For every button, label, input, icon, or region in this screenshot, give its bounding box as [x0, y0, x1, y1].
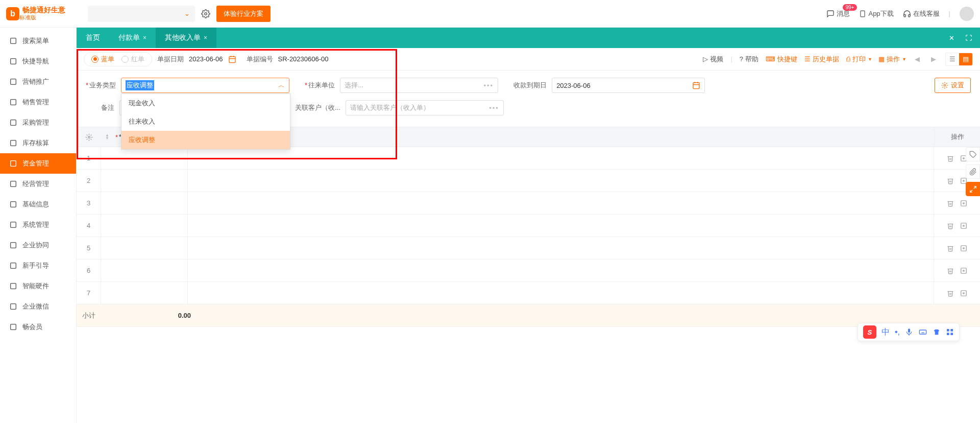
help-button[interactable]: ?帮助	[740, 55, 758, 64]
sidebar-item-collab[interactable]: 企业协同	[0, 235, 76, 255]
row-body-cell[interactable]	[188, 147, 934, 169]
row-body-cell[interactable]	[188, 237, 934, 259]
close-icon[interactable]: ×	[204, 34, 207, 41]
expand-button[interactable]	[963, 32, 975, 44]
radio-blue[interactable]: 蓝单	[91, 55, 114, 64]
add-row-button[interactable]	[960, 267, 967, 274]
row-index: 1	[77, 147, 101, 169]
partner-input[interactable]: 选择... •••	[340, 78, 498, 93]
sidebar-item-hardware[interactable]: 智能硬件	[0, 276, 76, 296]
assoc-cust-input[interactable]: 请输入关联客户（收入单） •••	[346, 100, 504, 115]
delete-row-button[interactable]	[947, 267, 954, 274]
sidebar-item-system[interactable]: 系统管理	[0, 215, 76, 235]
ime-keyboard-icon[interactable]	[918, 328, 927, 336]
sidebar-item-funds[interactable]: 资金管理	[0, 153, 76, 174]
messages-button[interactable]: 消息 99+	[826, 9, 850, 18]
sidebar-item-marketing[interactable]: 营销推广	[0, 72, 76, 92]
sidebar-item-wecom[interactable]: 企业微信	[0, 296, 76, 317]
add-row-button[interactable]	[960, 200, 967, 207]
biz-type-option[interactable]: 应收调整	[121, 131, 290, 149]
biz-type-option[interactable]: 往来收入	[121, 112, 290, 131]
expand-panel-button[interactable]	[966, 182, 980, 196]
table-settings-button[interactable]	[77, 133, 101, 141]
row-amount-cell[interactable]	[101, 215, 188, 237]
delete-row-button[interactable]	[947, 200, 954, 207]
trial-button[interactable]: 体验行业方案	[216, 6, 271, 22]
ime-punct-button[interactable]: •,	[895, 327, 900, 337]
table-row[interactable]: 2	[77, 170, 980, 192]
close-icon[interactable]: ×	[143, 34, 146, 41]
view-card-button[interactable]: ▤	[959, 53, 972, 65]
row-body-cell[interactable]	[188, 192, 934, 214]
close-all-tabs-button[interactable]: ✕	[945, 32, 958, 44]
row-body-cell[interactable]	[188, 260, 934, 281]
row-amount-cell[interactable]	[101, 192, 188, 214]
online-service-button[interactable]: 在线客服	[903, 9, 940, 18]
ime-toolbar[interactable]: S 中 •,	[857, 323, 960, 341]
ime-toolbox-icon[interactable]	[946, 328, 954, 336]
radio-red[interactable]: 红单	[121, 55, 144, 64]
history-button[interactable]: ☰历史单据	[804, 55, 839, 64]
add-row-button[interactable]	[960, 222, 967, 229]
add-row-button[interactable]	[960, 245, 967, 252]
operate-button[interactable]: ▦操作▾	[878, 55, 905, 64]
sidebar-item-sales[interactable]: 销售管理	[0, 92, 76, 112]
table-row[interactable]: 3	[77, 192, 980, 215]
sidebar-item-member[interactable]: 畅会员	[0, 317, 76, 337]
sidebar-item-guide[interactable]: 新手引导	[0, 255, 76, 276]
sidebar-item-basic[interactable]: 基础信息	[0, 194, 76, 215]
org-selector[interactable]: ⌄	[88, 6, 195, 22]
tag-button[interactable]	[966, 147, 980, 161]
attachment-button[interactable]	[966, 165, 980, 179]
table-row[interactable]: 7	[77, 282, 980, 304]
due-date-input[interactable]: 2023-06-06	[552, 78, 705, 93]
delete-row-button[interactable]	[947, 155, 954, 162]
print-button[interactable]: ⎙打印▾	[846, 55, 871, 64]
tab-1[interactable]: 付款单×	[109, 28, 156, 48]
tab-2[interactable]: 其他收入单×	[156, 28, 216, 48]
tab-0[interactable]: 首页	[77, 28, 109, 48]
sidebar-item-purchase[interactable]: 采购管理	[0, 112, 76, 133]
doc-date-value[interactable]: 2023-06-06	[189, 55, 223, 63]
table-row[interactable]: 4	[77, 215, 980, 237]
view-list-button[interactable]: ☰	[946, 53, 959, 65]
row-amount-cell[interactable]	[101, 147, 188, 169]
row-amount-cell[interactable]	[101, 282, 188, 304]
sort-icon[interactable]: ▲▼	[101, 134, 113, 140]
biz-type-option[interactable]: 现金收入	[121, 94, 290, 112]
row-amount-cell[interactable]	[101, 170, 188, 192]
avatar[interactable]	[960, 7, 974, 21]
table-row[interactable]: 5	[77, 237, 980, 260]
row-body-cell[interactable]	[188, 282, 934, 304]
row-body-cell[interactable]	[188, 215, 934, 237]
ime-mic-icon[interactable]	[905, 328, 913, 336]
app-download-button[interactable]: App下载	[859, 9, 893, 18]
view-toggle: ☰ ▤	[945, 53, 973, 66]
settings-button[interactable]: 设置	[935, 78, 971, 93]
sidebar-item-operation[interactable]: 经营管理	[0, 174, 76, 194]
ime-skin-icon[interactable]	[933, 328, 941, 336]
add-row-button[interactable]	[960, 290, 967, 297]
help-label: 帮助	[745, 55, 758, 64]
video-button[interactable]: ▷视频	[703, 55, 723, 64]
sidebar-item-inventory[interactable]: 库存核算	[0, 133, 76, 153]
delete-row-button[interactable]	[947, 177, 954, 184]
hotkey-button[interactable]: ⌨快捷键	[766, 55, 797, 64]
row-amount-cell[interactable]	[101, 260, 188, 281]
delete-row-button[interactable]	[947, 245, 954, 252]
sidebar-item-search-menu[interactable]: 搜索菜单	[0, 31, 76, 51]
table-row[interactable]: 1	[77, 147, 980, 170]
next-doc-button[interactable]: ▶	[929, 55, 938, 63]
table-row[interactable]: 6	[77, 260, 980, 282]
gear-icon[interactable]	[201, 9, 210, 18]
biz-type-select[interactable]: 应收调整 ︿ 现金收入往来收入应收调整	[121, 78, 289, 93]
row-body-cell[interactable]	[188, 170, 934, 192]
calendar-icon[interactable]	[228, 55, 236, 63]
sidebar-icon	[9, 98, 17, 106]
ime-lang-button[interactable]: 中	[881, 327, 890, 338]
sidebar-item-quick-nav[interactable]: 快捷导航	[0, 51, 76, 72]
row-amount-cell[interactable]	[101, 237, 188, 259]
delete-row-button[interactable]	[947, 222, 954, 229]
prev-doc-button[interactable]: ◀	[913, 55, 922, 63]
delete-row-button[interactable]	[947, 290, 954, 297]
